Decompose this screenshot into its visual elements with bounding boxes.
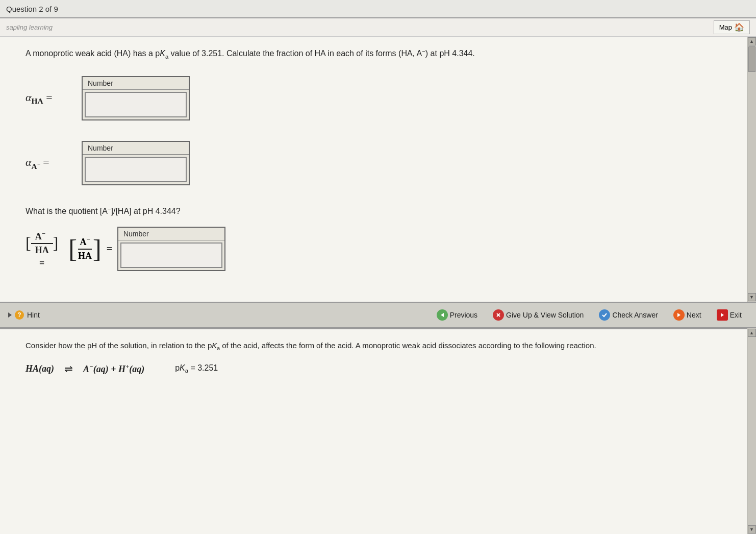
question-area: A monoprotic weak acid (HA) has a pKa va… bbox=[0, 37, 747, 302]
alpha-ha-input-box: Number bbox=[82, 76, 190, 120]
quotient-question: What is the quotient [A−]/[HA] at pH 4.3… bbox=[26, 206, 721, 216]
giveup-label: Give Up & View Solution bbox=[506, 311, 584, 319]
svg-marker-4 bbox=[721, 313, 724, 317]
giveup-icon bbox=[493, 309, 504, 321]
alpha-ha-label: αHA = bbox=[26, 91, 71, 106]
previous-icon bbox=[437, 309, 448, 321]
quotient-input-box: Number bbox=[117, 227, 225, 271]
check-button[interactable]: Check Answer bbox=[593, 307, 664, 323]
question-text: A monoprotic weak acid (HA) has a pKa va… bbox=[26, 47, 721, 61]
sapling-logo: sapling learning bbox=[6, 23, 53, 31]
hint-scroll-up[interactable]: ▲ bbox=[748, 329, 756, 337]
hint-scroll-down[interactable]: ▼ bbox=[748, 525, 756, 533]
alpha-ha-group: αHA = Number bbox=[26, 76, 721, 120]
exit-button[interactable]: Exit bbox=[711, 307, 748, 323]
nav-buttons: Previous Give Up & View Solution Check A… bbox=[431, 307, 748, 323]
fraction-denominator: HA bbox=[31, 244, 53, 257]
quotient-group: [ A− HA ] = bbox=[26, 227, 721, 271]
exit-icon bbox=[717, 309, 728, 321]
next-icon bbox=[673, 309, 685, 321]
quotient-input[interactable] bbox=[120, 242, 222, 268]
quotient-number-label: Number bbox=[118, 228, 224, 240]
hint-button[interactable]: ? Hint bbox=[8, 310, 40, 320]
alpha-a-input[interactable] bbox=[85, 157, 187, 182]
hint-panel-wrapper: Consider how the pH of the solution, in … bbox=[0, 327, 756, 534]
hint-content: Consider how the pH of the solution, in … bbox=[0, 328, 747, 534]
alpha-ha-input[interactable] bbox=[85, 92, 187, 117]
next-label: Next bbox=[687, 311, 701, 319]
bottom-toolbar: ? Hint Previous Give Up & View Solution bbox=[0, 302, 756, 327]
exit-label: Exit bbox=[730, 311, 742, 319]
bottom-scrollbar: ▲ ▼ bbox=[747, 328, 756, 534]
reaction-equation: HA(aq) ⇌ A−(aq) + H+(aq) pKa = 3.251 bbox=[26, 362, 721, 375]
fraction-label: [ A− HA ] = bbox=[26, 229, 58, 269]
scroll-thumb[interactable] bbox=[748, 46, 755, 72]
previous-button[interactable]: Previous bbox=[431, 307, 484, 323]
left-bracket-top: [ bbox=[26, 235, 31, 251]
svg-marker-0 bbox=[441, 313, 444, 317]
alpha-a-number-label: Number bbox=[83, 142, 189, 155]
hint-question-icon: ? bbox=[15, 310, 24, 320]
svg-marker-3 bbox=[677, 313, 681, 317]
right-bracket-bottom: ] bbox=[53, 235, 59, 251]
next-button[interactable]: Next bbox=[667, 307, 708, 323]
map-icon: 🏠 bbox=[734, 22, 744, 32]
hint-text: Consider how the pH of the solution, in … bbox=[26, 339, 721, 353]
check-label: Check Answer bbox=[612, 311, 658, 319]
previous-label: Previous bbox=[450, 311, 477, 319]
check-icon bbox=[599, 309, 610, 321]
alpha-ha-number-label: Number bbox=[83, 77, 189, 90]
scroll-down[interactable]: ▼ bbox=[748, 293, 756, 301]
hint-label: Hint bbox=[27, 311, 40, 319]
map-button[interactable]: Map 🏠 bbox=[714, 20, 750, 34]
alpha-a-group: αA− = Number bbox=[26, 141, 721, 185]
top-scrollbar: ▲ ▼ bbox=[747, 37, 756, 302]
map-label: Map bbox=[719, 23, 732, 31]
hint-triangle-icon bbox=[8, 312, 12, 318]
alpha-a-label: αA− = bbox=[26, 156, 71, 171]
question-label: Question 2 of 9 bbox=[6, 5, 58, 13]
scroll-up[interactable]: ▲ bbox=[748, 37, 756, 45]
fraction-numerator: A− bbox=[31, 229, 53, 243]
alpha-a-input-box: Number bbox=[82, 141, 190, 185]
giveup-button[interactable]: Give Up & View Solution bbox=[487, 307, 590, 323]
